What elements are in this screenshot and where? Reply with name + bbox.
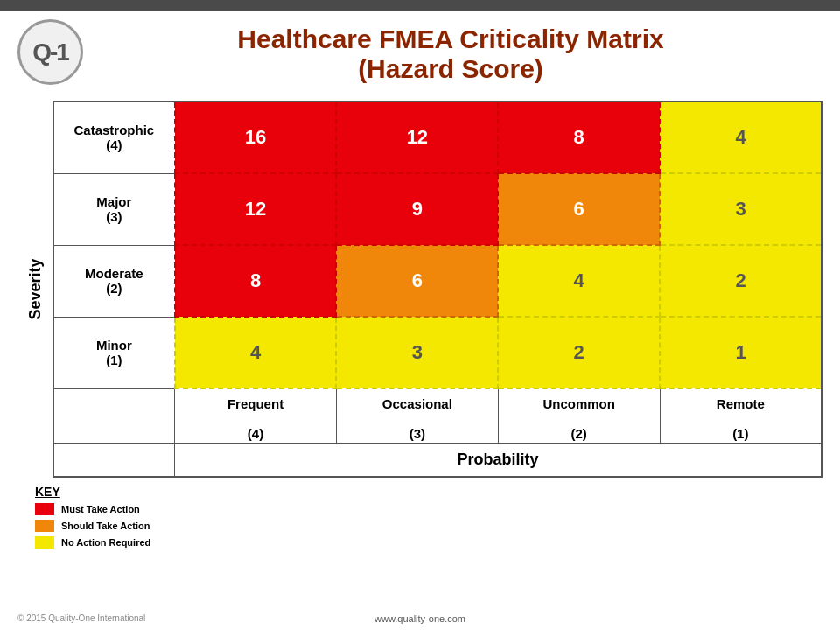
row-header-catastrophic: Catastrophic(4) xyxy=(53,102,175,173)
cell-1: 1 xyxy=(660,317,822,388)
cell-2a: 2 xyxy=(660,245,822,317)
probability-label: Probability xyxy=(175,444,822,478)
cell-12b: 12 xyxy=(175,173,337,245)
logo-text: Q-1 xyxy=(32,38,68,66)
header: Q-1 Healthcare FMEA Criticality Matrix (… xyxy=(0,10,840,94)
matrix-table: Catastrophic(4) 16 12 8 4 Major(3) 12 9 xyxy=(52,101,822,478)
cell-9: 9 xyxy=(336,173,498,245)
prob-empty xyxy=(53,444,175,478)
col-headers-row: Frequent(4) Occasional(3) Uncommon(2) xyxy=(53,388,822,444)
title-area: Healthcare FMEA Criticality Matrix (Haza… xyxy=(88,24,814,84)
key-label-red: Must Take Action xyxy=(61,504,140,514)
key-section: KEY Must Take Action Should Take Action … xyxy=(18,478,192,549)
content: Severity Catastrophic(4) 16 12 8 4 xyxy=(0,101,840,549)
key-label-orange: Should Take Action xyxy=(61,521,150,531)
table-row: Major(3) 12 9 6 3 xyxy=(53,173,822,245)
main-title: Healthcare FMEA Criticality Matrix (Haza… xyxy=(88,24,814,84)
matrix-wrapper: Severity Catastrophic(4) 16 12 8 4 xyxy=(18,101,822,478)
col-header-remote: Remote(1) xyxy=(660,388,822,444)
key-label-yellow: No Action Required xyxy=(61,537,150,548)
row-header-minor: Minor(1) xyxy=(53,317,175,388)
logo: Q-1 xyxy=(18,19,83,85)
empty-corner xyxy=(53,388,175,444)
cell-12a: 12 xyxy=(336,102,498,173)
col-header-occasional: Occasional(3) xyxy=(336,388,498,444)
cell-4b: 4 xyxy=(498,245,660,317)
table-row: Catastrophic(4) 16 12 8 4 xyxy=(53,102,822,173)
key-swatch-orange xyxy=(35,520,54,532)
table-row: Minor(1) 4 3 2 1 xyxy=(53,317,822,388)
cell-8b: 8 xyxy=(175,245,337,317)
severity-label-col: Severity xyxy=(18,101,52,478)
table-row: Moderate(2) 8 6 4 2 xyxy=(53,245,822,317)
cell-4a: 4 xyxy=(660,102,822,173)
key-item-yellow: No Action Required xyxy=(35,536,192,549)
matrix-table-container: Catastrophic(4) 16 12 8 4 Major(3) 12 9 xyxy=(52,101,822,478)
cell-3b: 3 xyxy=(336,317,498,388)
cell-2b: 2 xyxy=(498,317,660,388)
title-line1: Healthcare FMEA Criticality Matrix xyxy=(237,24,663,53)
col-header-frequent: Frequent(4) xyxy=(175,388,337,444)
cell-4c: 4 xyxy=(175,317,337,388)
row-header-major: Major(3) xyxy=(53,173,175,245)
footer: © 2015 Quality-One International www.qua… xyxy=(0,613,840,623)
cell-6b: 6 xyxy=(336,245,498,317)
cell-6a: 6 xyxy=(498,173,660,245)
title-line2: (Hazard Score) xyxy=(358,54,543,83)
probability-row: Probability xyxy=(53,444,822,478)
cell-8a: 8 xyxy=(498,102,660,173)
website: www.quality-one.com xyxy=(374,613,466,624)
top-bar xyxy=(0,0,840,10)
cell-16: 16 xyxy=(175,102,337,173)
key-item-red: Must Take Action xyxy=(35,503,192,515)
logo-container: Q-1 xyxy=(18,19,88,89)
severity-label: Severity xyxy=(26,258,45,319)
row-header-moderate: Moderate(2) xyxy=(53,245,175,317)
copyright: © 2015 Quality-One International xyxy=(18,613,145,623)
key-item-orange: Should Take Action xyxy=(35,520,192,532)
key-swatch-yellow xyxy=(35,536,54,549)
key-title: KEY xyxy=(35,485,192,499)
col-header-uncommon: Uncommon(2) xyxy=(498,388,660,444)
cell-3a: 3 xyxy=(660,173,822,245)
key-swatch-red xyxy=(35,503,54,515)
